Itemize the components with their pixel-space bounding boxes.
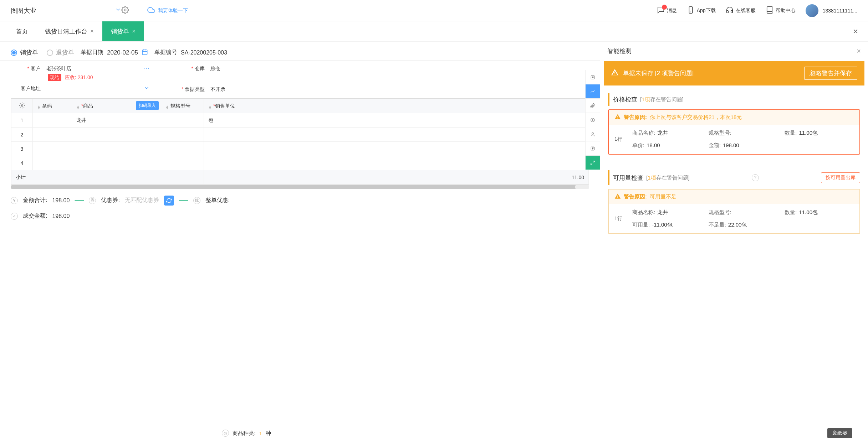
receivable-label: 应收:	[65, 74, 76, 80]
table-row[interactable]: 1龙井包	[11, 113, 589, 128]
table-row[interactable]: 3	[11, 142, 589, 156]
count-icon: ◎	[222, 430, 229, 437]
tool-attachment-icon[interactable]	[586, 99, 600, 113]
warehouse-field: *仓库 总仓	[175, 66, 282, 72]
invoice-select[interactable]: 不开票	[210, 86, 282, 93]
tabs-bar: 首页 钱货日清工作台× 销货单× ×	[0, 21, 868, 41]
gear-icon	[19, 104, 25, 110]
warehouse-label: *仓库	[175, 66, 205, 72]
subtotal-label: 小计	[11, 170, 204, 185]
coupon-label: 优惠券:	[101, 197, 119, 204]
svg-rect-1	[689, 7, 692, 13]
items-table: ▲▼条码 ▲▼*商品扫码录入 ▲▼规格型号 ▲▼*销售单位 1龙井包 2 3 4…	[11, 98, 589, 185]
coupon-input[interactable]: 无匹配优惠券	[125, 197, 159, 204]
date-label: 单据日期	[81, 49, 103, 56]
customer-field: *客户 老张茶叶店 ···	[11, 66, 150, 72]
tool-history-icon[interactable]	[586, 113, 600, 127]
tool-chart-icon[interactable]	[586, 84, 600, 99]
help-center-link[interactable]: 帮助中心	[766, 6, 796, 15]
ship-by-available-button[interactable]: 按可用量出库	[821, 172, 860, 183]
reason-label: 警告原因:	[624, 114, 647, 121]
phone-icon	[687, 6, 695, 15]
radio-icon	[11, 50, 17, 56]
col-spec[interactable]: ▲▼规格型号	[161, 99, 204, 113]
trash-button[interactable]: 废纸篓	[827, 428, 852, 438]
subtotal-amount: 11.00	[204, 170, 589, 185]
chevron-down-icon[interactable]	[143, 85, 150, 92]
separator-icon: —	[75, 195, 84, 206]
tab-workbench[interactable]: 钱货日清工作台×	[36, 21, 102, 41]
row-num: 4	[11, 156, 33, 170]
customer-service-link[interactable]: 在线客服	[726, 6, 756, 15]
username-label[interactable]: 13381111111...	[823, 8, 857, 14]
company-selector[interactable]: 图图大业	[11, 6, 121, 15]
settle-badge: 现结	[48, 74, 61, 81]
col-unit[interactable]: ▲▼*销售单位	[204, 99, 589, 113]
warning-icon	[614, 114, 621, 121]
sort-icon: ▲▼	[165, 105, 169, 109]
table-row[interactable]: 4	[11, 156, 589, 170]
row-num: 2	[11, 128, 33, 142]
smart-check-panel: 智能检测 × 单据未保存 [2 项警告问题] 忽略警告并保存 价格检查 [1项存…	[600, 41, 868, 441]
horizontal-scrollbar[interactable]	[11, 185, 589, 189]
radio-label: 销货单	[20, 48, 38, 57]
warehouse-value: 总仓	[210, 66, 220, 71]
row-num: 3	[11, 142, 33, 156]
tool-profile-icon[interactable]	[586, 127, 600, 141]
price-check-section: 价格检查 [1项存在警告问题] 警告原因: 你上次与该客户交易价格21，本次18…	[604, 89, 864, 159]
trial-link[interactable]: 我要体验一下	[140, 4, 188, 18]
col-barcode[interactable]: ▲▼条码	[33, 99, 72, 113]
customer-value: 老张茶叶店	[46, 66, 71, 72]
warning-details: 商品名称:龙井 规格型号: 数量:11.00包 单价:18.00 金额:198.…	[632, 130, 854, 149]
svg-point-0	[124, 9, 126, 11]
address-select[interactable]	[46, 85, 150, 92]
close-icon[interactable]: ×	[132, 28, 136, 35]
help-icon[interactable]: ?	[752, 174, 759, 181]
refresh-button[interactable]	[164, 196, 174, 206]
chevron-down-icon	[115, 6, 121, 15]
tool-expand-icon[interactable]	[586, 156, 600, 170]
svg-text:¥: ¥	[592, 147, 593, 150]
warehouse-select[interactable]: 总仓	[210, 66, 282, 72]
tool-list-icon[interactable]	[586, 70, 600, 84]
radio-sales[interactable]: 销货单	[11, 48, 38, 57]
address-label: 客户地址	[11, 85, 41, 92]
col-product[interactable]: ▲▼*商品扫码录入	[72, 99, 161, 113]
close-icon[interactable]: ×	[90, 28, 94, 35]
scan-button[interactable]: 扫码录入	[136, 101, 159, 110]
ignore-save-button[interactable]: 忽略警告并保存	[804, 67, 857, 80]
ellipsis-icon[interactable]: ···	[143, 66, 150, 72]
svg-point-12	[592, 133, 594, 134]
warning-reason: 警告原因: 可用量不足	[609, 190, 859, 204]
messages-link[interactable]: 消息	[657, 6, 677, 15]
avatar[interactable]	[806, 4, 818, 17]
invoice-label: *票据类型	[175, 86, 205, 93]
receivable-value: 231.00	[78, 74, 93, 80]
cell-product[interactable]: 龙井	[72, 113, 161, 128]
tab-label: 钱货日清工作台	[45, 27, 87, 36]
customer-select[interactable]: 老张茶叶店 ···	[46, 66, 150, 72]
radio-return[interactable]: 退货单	[47, 48, 74, 57]
date-input[interactable]: 2020-02-05	[107, 49, 138, 56]
customer-label: *客户	[11, 66, 41, 72]
col-settings[interactable]	[11, 99, 33, 113]
main-content: 销货单 退货单 单据日期 2020-02-05 单据编号 SA-20200205…	[0, 41, 868, 441]
reason-label: 警告原因:	[624, 193, 647, 200]
tab-home[interactable]: 首页	[7, 21, 36, 41]
form-fields-row: *客户 老张茶叶店 ··· 现结 应收: 231.00 客户地址	[0, 61, 600, 93]
close-all-icon[interactable]: ×	[850, 26, 861, 36]
tab-sales-order[interactable]: 销货单×	[102, 21, 144, 41]
headset-icon	[726, 6, 734, 15]
close-icon[interactable]: ×	[857, 47, 861, 55]
row-indicator: 1行	[614, 130, 632, 149]
calendar-icon[interactable]	[142, 49, 148, 57]
settings-gear-icon[interactable]	[121, 6, 129, 15]
availability-check-section: 可用量检查 [1项存在警告问题] ? 按可用量出库 警告原因: 可用量不足 1行…	[604, 166, 864, 238]
tool-money-icon[interactable]: ¥	[586, 141, 600, 156]
app-download-link[interactable]: App下载	[687, 6, 716, 15]
banner-text: 单据未保存 [2 项警告问题]	[623, 69, 694, 77]
panel-title: 智能检测	[607, 47, 632, 55]
table-row[interactable]: 2	[11, 128, 589, 142]
cell-unit[interactable]: 包	[204, 113, 589, 128]
deal-icon: ✓	[11, 213, 18, 220]
